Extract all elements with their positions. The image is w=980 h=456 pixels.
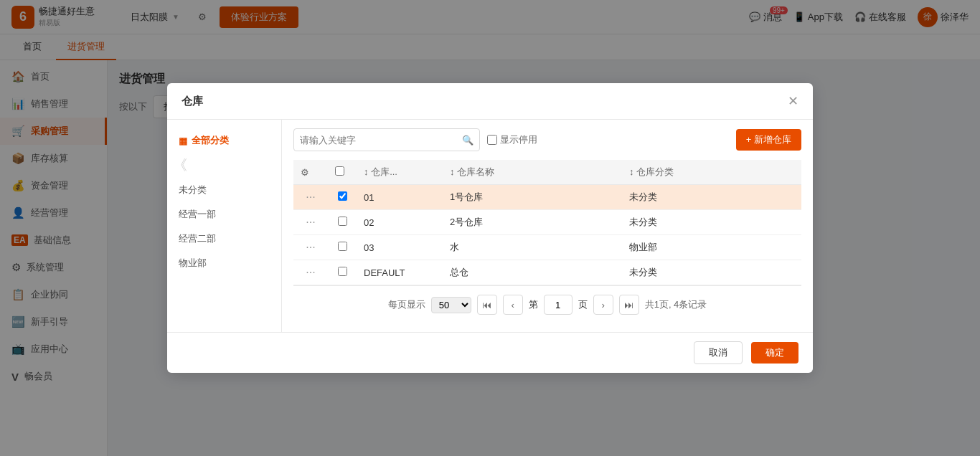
category-property[interactable]: 物业部 bbox=[167, 251, 281, 275]
col-cat-header[interactable]: ↕ 仓库分类 bbox=[622, 160, 801, 185]
row-action-4[interactable]: ··· bbox=[306, 266, 315, 279]
row-name-3: 水 bbox=[443, 235, 622, 260]
page-unit: 页 bbox=[578, 298, 588, 311]
col-cat-label: 仓库分类 bbox=[636, 166, 674, 177]
col-check-header bbox=[328, 160, 357, 185]
row-cat-2: 未分类 bbox=[622, 210, 801, 235]
page-next-button[interactable]: › bbox=[593, 295, 613, 315]
category-all-label: 全部分类 bbox=[192, 134, 229, 147]
row-check-3 bbox=[328, 235, 357, 260]
modal-title: 仓库 bbox=[182, 95, 203, 108]
modal-header: 仓库 ✕ bbox=[167, 83, 813, 120]
page-total: 共1页, 4条记录 bbox=[645, 298, 707, 311]
row-cat-4: 未分类 bbox=[622, 260, 801, 285]
page-size-select[interactable]: 50 10 20 100 bbox=[431, 297, 471, 313]
table-row[interactable]: ··· 01 1号仓库 未分类 bbox=[293, 185, 801, 210]
page-input[interactable] bbox=[544, 295, 573, 315]
warehouse-table-container: ⚙ ↕ 仓库... ↕ bbox=[293, 160, 801, 285]
row-checkbox-1[interactable] bbox=[338, 191, 347, 201]
cancel-button[interactable]: 取消 bbox=[694, 341, 743, 364]
modal-toolbar: 🔍 显示停用 + 新增仓库 bbox=[293, 128, 801, 151]
warehouse-modal: 仓库 ✕ ▦ 全部分类 《 未分类 经营一部 bbox=[167, 83, 813, 373]
show-disabled-checkbox[interactable] bbox=[487, 135, 497, 145]
row-cat-3: 物业部 bbox=[622, 235, 801, 260]
modal-body: ▦ 全部分类 《 未分类 经营一部 经营二部 物业部 bbox=[167, 120, 813, 332]
add-warehouse-button[interactable]: + 新增仓库 bbox=[736, 129, 801, 151]
sort-icon: ↕ bbox=[364, 166, 369, 177]
select-all-checkbox[interactable] bbox=[335, 166, 344, 176]
row-name-1: 1号仓库 bbox=[443, 185, 622, 210]
search-input[interactable] bbox=[300, 135, 462, 146]
category-all[interactable]: ▦ 全部分类 bbox=[167, 128, 281, 153]
gear-icon: ⚙ bbox=[301, 167, 309, 178]
row-gear-3: ··· bbox=[293, 235, 328, 260]
row-checkbox-3[interactable] bbox=[338, 242, 347, 251]
page-size-label: 每页显示 bbox=[388, 298, 425, 311]
row-gear-1: ··· bbox=[293, 185, 328, 210]
row-cat-1: 未分类 bbox=[622, 185, 801, 210]
confirm-button[interactable]: 确定 bbox=[751, 342, 798, 364]
col-gear-header: ⚙ bbox=[293, 160, 328, 185]
category-property-label: 物业部 bbox=[179, 257, 207, 270]
row-checkbox-2[interactable] bbox=[338, 217, 347, 226]
category-dept2[interactable]: 经营二部 bbox=[167, 227, 281, 251]
row-gear-2: ··· bbox=[293, 210, 328, 235]
row-gear-4: ··· bbox=[293, 260, 328, 285]
table-header-row: ⚙ ↕ 仓库... ↕ bbox=[293, 160, 801, 185]
row-check-4 bbox=[328, 260, 357, 285]
row-action-3[interactable]: ··· bbox=[306, 241, 315, 254]
collapse-icon[interactable]: 《 bbox=[173, 156, 187, 175]
search-box: 🔍 bbox=[293, 128, 480, 151]
page-prev-button[interactable]: ‹ bbox=[503, 295, 523, 315]
grid-icon: ▦ bbox=[179, 136, 187, 146]
page-label: 第 bbox=[529, 298, 538, 311]
category-dept1[interactable]: 经营一部 bbox=[167, 202, 281, 227]
table-row[interactable]: ··· 03 水 物业部 bbox=[293, 235, 801, 260]
table-row[interactable]: ··· DEFAULT 总仓 未分类 bbox=[293, 260, 801, 285]
row-checkbox-4[interactable] bbox=[338, 267, 347, 276]
page-first-button[interactable]: ⏮ bbox=[477, 295, 497, 315]
modal-footer: 取消 确定 bbox=[167, 332, 813, 373]
sort-icon3: ↕ bbox=[629, 166, 634, 177]
pagination: 每页显示 50 10 20 100 ⏮ ‹ 第 页 › ⏭ 共1页, 4条记录 bbox=[293, 285, 801, 323]
row-code-1: 01 bbox=[357, 185, 443, 210]
modal-overlay: 仓库 ✕ ▦ 全部分类 《 未分类 经营一部 bbox=[0, 0, 980, 456]
row-name-2: 2号仓库 bbox=[443, 210, 622, 235]
col-name-header[interactable]: ↕ 仓库名称 bbox=[443, 160, 622, 185]
show-disabled-label: 显示停用 bbox=[487, 133, 537, 146]
category-dept1-label: 经营一部 bbox=[179, 208, 216, 221]
category-uncategorized[interactable]: 未分类 bbox=[167, 178, 281, 202]
sort-icon2: ↕ bbox=[450, 166, 455, 177]
row-action-1[interactable]: ··· bbox=[306, 191, 315, 204]
warehouse-table: ⚙ ↕ 仓库... ↕ bbox=[293, 160, 801, 285]
col-code-header[interactable]: ↕ 仓库... bbox=[357, 160, 443, 185]
row-check-2 bbox=[328, 210, 357, 235]
table-row[interactable]: ··· 02 2号仓库 未分类 bbox=[293, 210, 801, 235]
row-name-4: 总仓 bbox=[443, 260, 622, 285]
page-last-button[interactable]: ⏭ bbox=[619, 295, 639, 315]
col-name-label: 仓库名称 bbox=[457, 166, 494, 177]
category-dept2-label: 经营二部 bbox=[179, 232, 216, 245]
row-check-1 bbox=[328, 185, 357, 210]
search-icon[interactable]: 🔍 bbox=[462, 135, 473, 146]
modal-main: 🔍 显示停用 + 新增仓库 ⚙ bbox=[282, 120, 813, 332]
col-code-label: 仓库... bbox=[371, 166, 397, 177]
row-code-4: DEFAULT bbox=[357, 260, 443, 285]
row-action-2[interactable]: ··· bbox=[306, 216, 315, 229]
show-disabled-text: 显示停用 bbox=[500, 133, 537, 146]
modal-sidebar: ▦ 全部分类 《 未分类 经营一部 经营二部 物业部 bbox=[167, 120, 282, 332]
row-code-2: 02 bbox=[357, 210, 443, 235]
row-code-3: 03 bbox=[357, 235, 443, 260]
category-uncategorized-label: 未分类 bbox=[179, 184, 207, 196]
modal-close-button[interactable]: ✕ bbox=[788, 93, 798, 109]
